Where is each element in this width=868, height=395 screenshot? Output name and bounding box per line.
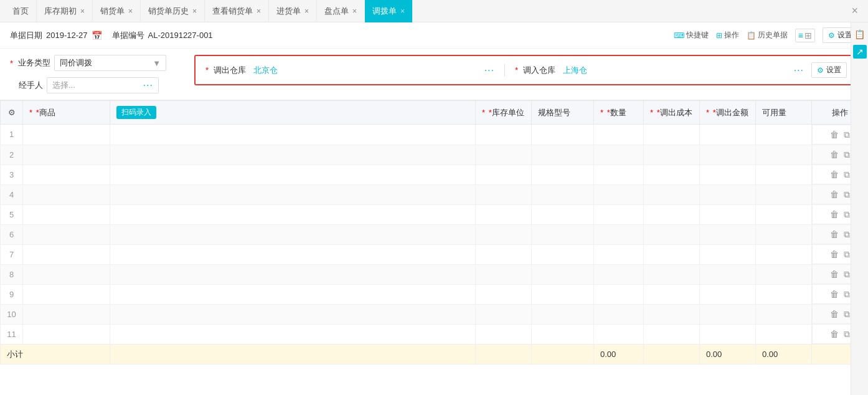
- row-qty-7[interactable]: [594, 244, 644, 264]
- row-product-10[interactable]: [23, 304, 110, 324]
- row-spec-2[interactable]: [532, 145, 594, 164]
- row-cost-5[interactable]: [644, 204, 700, 224]
- row-amount-11[interactable]: [700, 324, 756, 345]
- tab-sales-order[interactable]: 销货单 ×: [93, 0, 141, 22]
- row-unit-11[interactable]: [476, 324, 532, 345]
- copy-icon-6[interactable]: ⧉: [844, 229, 850, 240]
- row-unit-6[interactable]: [476, 224, 532, 244]
- row-cost-11[interactable]: [644, 324, 700, 345]
- row-unit-1[interactable]: [476, 125, 532, 145]
- row-qty-2[interactable]: [594, 145, 644, 164]
- row-qty-4[interactable]: [594, 184, 644, 204]
- copy-icon-2[interactable]: ⧉: [844, 150, 850, 160]
- history-button[interactable]: 📋 历史单据: [747, 30, 788, 40]
- tab-close-sales-history[interactable]: ×: [192, 7, 197, 16]
- row-unit-2[interactable]: [476, 145, 532, 164]
- row-product-3[interactable]: [23, 164, 110, 184]
- row-cost-3[interactable]: [644, 164, 700, 184]
- copy-icon-7[interactable]: ⧉: [844, 249, 850, 260]
- calendar-icon[interactable]: 📅: [92, 31, 102, 40]
- row-product-11[interactable]: [23, 324, 110, 345]
- row-unit-4[interactable]: [476, 184, 532, 204]
- row-spec-1[interactable]: [532, 125, 594, 145]
- row-spec-8[interactable]: [532, 264, 594, 284]
- row-unit-3[interactable]: [476, 164, 532, 184]
- copy-icon-9[interactable]: ⧉: [844, 289, 850, 300]
- delete-icon-9[interactable]: 🗑: [830, 289, 839, 299]
- row-amount-8[interactable]: [700, 264, 756, 284]
- header-gear[interactable]: ⚙: [1, 101, 23, 125]
- copy-icon-11[interactable]: ⧉: [844, 329, 850, 340]
- tab-inventory-init[interactable]: 库存期初 ×: [37, 0, 93, 22]
- transfer-out-value[interactable]: 北京仓: [253, 65, 278, 76]
- handler-more-icon[interactable]: ···: [143, 80, 153, 91]
- row-product-7[interactable]: [23, 244, 110, 264]
- row-qty-8[interactable]: [594, 264, 644, 284]
- row-amount-3[interactable]: [700, 164, 756, 184]
- row-spec-7[interactable]: [532, 244, 594, 264]
- row-cost-2[interactable]: [644, 145, 700, 164]
- row-product-9[interactable]: [23, 284, 110, 304]
- delete-icon-8[interactable]: 🗑: [830, 269, 839, 279]
- delete-icon-7[interactable]: 🗑: [830, 249, 839, 259]
- tab-sales-history[interactable]: 销货单历史 ×: [141, 0, 205, 22]
- row-unit-7[interactable]: [476, 244, 532, 264]
- tab-view-sales[interactable]: 查看销货单 ×: [205, 0, 269, 22]
- row-qty-6[interactable]: [594, 224, 644, 244]
- delete-icon-5[interactable]: 🗑: [830, 209, 839, 219]
- row-qty-9[interactable]: [594, 284, 644, 304]
- row-product-5[interactable]: [23, 204, 110, 224]
- delete-icon-6[interactable]: 🗑: [830, 229, 839, 239]
- tab-close-inventory-init[interactable]: ×: [80, 7, 85, 16]
- row-amount-9[interactable]: [700, 284, 756, 304]
- row-qty-3[interactable]: [594, 164, 644, 184]
- warehouse-settings-button[interactable]: ⚙ 设置: [811, 62, 847, 78]
- row-amount-5[interactable]: [700, 204, 756, 224]
- row-product-1[interactable]: [23, 125, 110, 145]
- row-qty-10[interactable]: [594, 304, 644, 324]
- ops-button[interactable]: ⊞ 操作: [716, 30, 739, 40]
- copy-icon-8[interactable]: ⧉: [844, 269, 850, 280]
- transfer-in-value[interactable]: 上海仓: [563, 65, 587, 76]
- copy-icon-3[interactable]: ⧉: [844, 169, 850, 180]
- row-unit-8[interactable]: [476, 264, 532, 284]
- row-cost-1[interactable]: [644, 125, 700, 145]
- row-spec-9[interactable]: [532, 284, 594, 304]
- tab-stocktake[interactable]: 盘点单 ×: [317, 0, 365, 22]
- shortcut-button[interactable]: ⌨ 快捷键: [674, 30, 709, 40]
- row-product-2[interactable]: [23, 145, 110, 164]
- copy-icon-1[interactable]: ⧉: [844, 130, 850, 140]
- row-cost-7[interactable]: [644, 244, 700, 264]
- delete-icon-4[interactable]: 🗑: [830, 189, 839, 199]
- row-spec-4[interactable]: [532, 184, 594, 204]
- transfer-out-more-icon[interactable]: ···: [484, 65, 494, 76]
- row-cost-4[interactable]: [644, 184, 700, 204]
- row-amount-4[interactable]: [700, 184, 756, 204]
- row-amount-1[interactable]: [700, 125, 756, 145]
- transfer-in-more-icon[interactable]: ···: [794, 65, 804, 76]
- row-spec-11[interactable]: [532, 324, 594, 345]
- sidebar-export-icon[interactable]: ↗: [853, 45, 867, 59]
- tab-bar-close-button[interactable]: ×: [846, 4, 863, 17]
- delete-icon-10[interactable]: 🗑: [830, 309, 839, 319]
- row-amount-10[interactable]: [700, 304, 756, 324]
- row-qty-1[interactable]: [594, 125, 644, 145]
- row-amount-6[interactable]: [700, 224, 756, 244]
- settings-icon[interactable]: ⚙: [8, 108, 16, 117]
- handler-input[interactable]: 选择... ···: [47, 77, 159, 93]
- row-cost-8[interactable]: [644, 264, 700, 284]
- row-qty-5[interactable]: [594, 204, 644, 224]
- delete-icon-2[interactable]: 🗑: [830, 150, 839, 159]
- row-spec-10[interactable]: [532, 304, 594, 324]
- copy-icon-4[interactable]: ⧉: [844, 189, 850, 200]
- row-amount-2[interactable]: [700, 145, 756, 164]
- tab-close-purchase[interactable]: ×: [304, 7, 309, 16]
- business-type-input[interactable]: 同价调拨 ▼: [54, 55, 166, 71]
- row-qty-11[interactable]: [594, 324, 644, 345]
- tab-close-stocktake[interactable]: ×: [352, 7, 357, 16]
- row-cost-10[interactable]: [644, 304, 700, 324]
- layout-toggle[interactable]: ≡ ⊞: [795, 29, 815, 42]
- row-spec-3[interactable]: [532, 164, 594, 184]
- row-amount-7[interactable]: [700, 244, 756, 264]
- tab-close-sales-order[interactable]: ×: [128, 7, 133, 16]
